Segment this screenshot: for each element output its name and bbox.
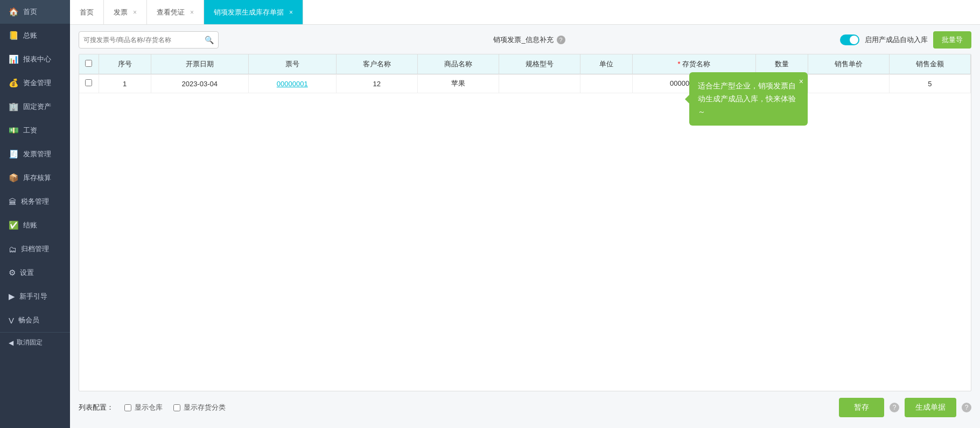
tab-stock[interactable]: 销项发票生成库存单据 × bbox=[204, 0, 303, 24]
col-inventory: * 存货名称 bbox=[632, 54, 755, 74]
col-ticket-no: 票号 bbox=[248, 54, 336, 74]
tab-bar: 首页 发票 × 查看凭证 × 销项发票生成库存单据 × bbox=[70, 0, 980, 25]
guide-icon: ▶ bbox=[9, 292, 15, 301]
sidebar-item-fixed-assets[interactable]: 🏢 固定资产 bbox=[0, 95, 70, 119]
row-seq: 1 bbox=[99, 74, 151, 93]
col-unit-price: 销售单价 bbox=[808, 54, 889, 74]
col-qty: 数量 bbox=[755, 54, 808, 74]
tab-home[interactable]: 首页 bbox=[70, 0, 104, 24]
search-box[interactable]: 🔍 bbox=[79, 31, 219, 49]
sidebar-item-report-center[interactable]: 📊 报表中心 bbox=[0, 47, 70, 71]
assets-icon: 🏢 bbox=[9, 102, 19, 112]
row-date: 2023-03-04 bbox=[151, 74, 248, 93]
generate-button[interactable]: 生成单据 bbox=[905, 398, 956, 417]
table-container: 序号 开票日期 票号 客户名称 商品名称 规格型号 单位 * 存货名称 数量 销… bbox=[79, 54, 971, 391]
tab-invoice-close[interactable]: × bbox=[133, 9, 137, 16]
save-help-icon[interactable]: ? bbox=[890, 403, 899, 412]
settings-icon: ⚙ bbox=[9, 268, 16, 278]
info-section: 销项发票_信息补充 ? bbox=[493, 35, 565, 45]
ledger-icon: 📒 bbox=[9, 31, 19, 40]
sidebar-item-payroll[interactable]: 💵 工资 bbox=[0, 119, 70, 142]
sidebar-item-invoice-management[interactable]: 🧾 发票管理 bbox=[0, 142, 70, 166]
content-area: 🔍 销项发票_信息补充 ? 启用产成品自动入库 批量导 bbox=[70, 25, 980, 428]
sidebar-item-guide[interactable]: ▶ 新手引导 bbox=[0, 285, 70, 308]
col-seq: 序号 bbox=[99, 54, 151, 74]
main-area: 首页 发票 × 查看凭证 × 销项发票生成库存单据 × 🔍 销项发票_信息补充 … bbox=[70, 0, 980, 428]
sidebar-item-inventory[interactable]: 📦 库存核算 bbox=[0, 166, 70, 190]
sidebar-item-vip[interactable]: V 畅会员 bbox=[0, 308, 70, 332]
col-spec: 规格型号 bbox=[499, 54, 580, 74]
unfix-icon: ◀ bbox=[9, 339, 13, 347]
sidebar-item-fund-management[interactable]: 💰 资金管理 bbox=[0, 71, 70, 95]
select-all-checkbox[interactable] bbox=[85, 60, 92, 67]
tab-invoice[interactable]: 发票 × bbox=[104, 0, 147, 24]
tooltip-box: × 适合生产型企业，销项发票自动生成产成品入库，快来体验～ bbox=[689, 72, 808, 126]
row-customer: 12 bbox=[336, 74, 417, 93]
col-customer: 客户名称 bbox=[336, 54, 417, 74]
col-unit: 单位 bbox=[580, 54, 632, 74]
checkout-icon: ✅ bbox=[9, 220, 19, 230]
content-topbar: 🔍 销项发票_信息补充 ? 启用产成品自动入库 批量导 bbox=[79, 31, 971, 49]
tax-icon: 🏛 bbox=[9, 197, 17, 206]
row-ticket-no: 00000001 bbox=[248, 74, 336, 93]
sidebar-item-home[interactable]: 🏠 首页 bbox=[0, 0, 70, 24]
info-help-icon[interactable]: ? bbox=[557, 36, 565, 44]
save-button[interactable]: 暂存 bbox=[839, 398, 884, 417]
data-table: 序号 开票日期 票号 客户名称 商品名称 规格型号 单位 * 存货名称 数量 销… bbox=[79, 54, 971, 93]
show-warehouse-group: 显示仓库 bbox=[124, 403, 163, 412]
sidebar-item-settings[interactable]: ⚙ 设置 bbox=[0, 261, 70, 285]
col-checkbox bbox=[79, 54, 99, 74]
show-category-checkbox[interactable] bbox=[173, 404, 180, 411]
table-row: 1 2023-03-04 00000001 12 苹果 000001 苹果 个 … bbox=[79, 74, 971, 93]
sidebar-item-general-ledger[interactable]: 📒 总账 bbox=[0, 24, 70, 47]
search-input[interactable] bbox=[83, 36, 205, 44]
tooltip-close-button[interactable]: × bbox=[799, 75, 803, 88]
report-icon: 📊 bbox=[9, 54, 19, 64]
row-checkbox[interactable] bbox=[85, 79, 92, 86]
sidebar-unfix-button[interactable]: ◀ 取消固定 bbox=[0, 332, 70, 353]
bottom-bar: 列表配置： 显示仓库 显示存货分类 暂存 ? 生成单据 ? bbox=[79, 391, 971, 422]
sidebar-item-archive[interactable]: 🗂 归档管理 bbox=[0, 237, 70, 261]
vip-icon: V bbox=[9, 316, 14, 325]
col-date: 开票日期 bbox=[151, 54, 248, 74]
row-amount: 5 bbox=[889, 74, 970, 93]
fund-icon: 💰 bbox=[9, 78, 19, 88]
invoice-icon: 🧾 bbox=[9, 149, 19, 159]
sidebar-item-checkout[interactable]: ✅ 结账 bbox=[0, 213, 70, 237]
col-amount: 销售金额 bbox=[889, 54, 970, 74]
auto-warehouse-toggle[interactable] bbox=[840, 34, 859, 45]
right-controls: 启用产成品自动入库 批量导 bbox=[840, 31, 971, 49]
sidebar: 🏠 首页 📒 总账 📊 报表中心 💰 资金管理 🏢 固定资产 💵 工资 🧾 发票… bbox=[0, 0, 70, 428]
home-icon: 🏠 bbox=[9, 7, 19, 17]
search-icon[interactable]: 🔍 bbox=[205, 36, 214, 44]
tab-voucher-close[interactable]: × bbox=[190, 9, 194, 16]
ticket-link[interactable]: 00000001 bbox=[277, 80, 308, 88]
row-product: 苹果 bbox=[417, 74, 499, 93]
payroll-icon: 💵 bbox=[9, 126, 19, 135]
inventory-icon: 📦 bbox=[9, 173, 19, 183]
tab-voucher[interactable]: 查看凭证 × bbox=[147, 0, 204, 24]
col-product: 商品名称 bbox=[417, 54, 499, 74]
show-category-group: 显示存货分类 bbox=[173, 403, 226, 412]
archive-icon: 🗂 bbox=[9, 245, 17, 254]
row-unit bbox=[580, 74, 632, 93]
batch-button[interactable]: 批量导 bbox=[933, 31, 971, 49]
tab-stock-close[interactable]: × bbox=[289, 9, 293, 16]
row-checkbox-cell bbox=[79, 74, 99, 93]
sidebar-item-tax-management[interactable]: 🏛 税务管理 bbox=[0, 190, 70, 213]
row-spec bbox=[499, 74, 580, 93]
bottom-actions: 暂存 ? 生成单据 ? bbox=[839, 398, 971, 417]
show-warehouse-checkbox[interactable] bbox=[124, 404, 131, 411]
row-unit-price bbox=[808, 74, 889, 93]
generate-help-icon[interactable]: ? bbox=[962, 403, 971, 412]
